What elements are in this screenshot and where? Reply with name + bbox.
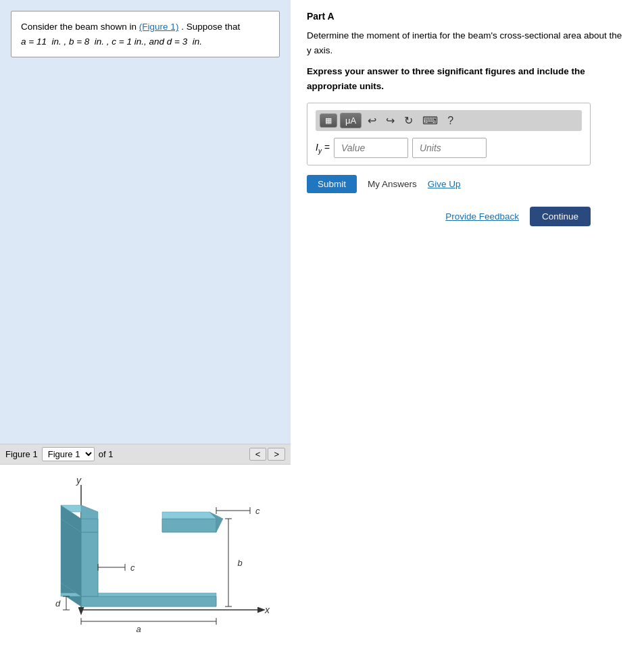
svg-rect-0 (7, 465, 284, 647)
figure-next-button[interactable]: > (268, 448, 285, 461)
figure-navigation: < > (249, 448, 285, 461)
equation-label: Iy = (316, 142, 330, 155)
value-input[interactable] (334, 138, 408, 158)
svg-marker-9 (162, 519, 216, 532)
svg-marker-7 (81, 532, 98, 596)
y-axis-label: y (76, 475, 82, 486)
right-panel: Part A Determine the moment of inertia f… (291, 0, 644, 647)
mu-label: μA (345, 115, 356, 126)
problem-text-before-link: Consider the beam shown in (21, 22, 139, 32)
bottom-row: Provide Feedback Continue (307, 207, 591, 226)
answer-toolbar: ▦ μA ↩ ↪ ↻ ⌨ ? (316, 110, 582, 131)
figure-link[interactable]: (Figure 1) (139, 22, 179, 32)
submit-button[interactable]: Submit (307, 175, 357, 193)
svg-marker-4 (81, 596, 216, 606)
figure-label: Figure 1 (5, 449, 38, 459)
figure-header: Figure 1 Figure 1 of 1 < > (0, 444, 291, 465)
figure-of: of 1 (99, 449, 114, 459)
c2-dimension-label: c (255, 506, 260, 516)
c-dimension-label: c (130, 563, 135, 573)
continue-button[interactable]: Continue (530, 207, 591, 226)
figure-svg: y x (0, 465, 291, 647)
redo-button[interactable]: ↪ (382, 113, 398, 128)
action-row: Submit My Answers Give Up (307, 175, 628, 193)
part-label: Part A (307, 11, 628, 22)
x-axis-label: x (264, 604, 270, 615)
figure-select[interactable]: Figure 1 (42, 447, 95, 461)
a-dimension-label: a (136, 624, 141, 634)
keyboard-button[interactable]: ⌨ (419, 113, 441, 128)
undo-button[interactable]: ↩ (364, 113, 380, 128)
problem-statement: Consider the beam shown in (Figure 1) . … (11, 11, 280, 57)
answer-box: ▦ μA ↩ ↪ ↻ ⌨ ? Iy = (307, 103, 591, 165)
b-dimension-label: b (237, 558, 242, 568)
figure-prev-button[interactable]: < (249, 448, 267, 461)
format-button[interactable]: ▦ (320, 113, 337, 128)
give-up-link[interactable]: Give Up (428, 179, 461, 189)
svg-marker-12 (81, 519, 98, 532)
problem-text-after-link: . Suppose that (178, 22, 240, 32)
help-button[interactable]: ? (444, 113, 457, 128)
part-description: Determine the moment of inertia for the … (307, 28, 628, 57)
express-note: Express your answer to three significant… (307, 64, 628, 93)
problem-variables: a = 11 in. , b = 8 in. , c = 1 in., and … (21, 36, 202, 47)
format-icon: ▦ (325, 116, 332, 125)
svg-marker-10 (162, 512, 216, 519)
figure-content: y x (0, 465, 291, 647)
figure-panel: Figure 1 Figure 1 of 1 < > (0, 444, 291, 647)
feedback-link[interactable]: Provide Feedback (445, 211, 519, 222)
my-answers-link[interactable]: My Answers (368, 179, 417, 189)
refresh-button[interactable]: ↻ (401, 113, 416, 128)
left-panel: Consider the beam shown in (Figure 1) . … (0, 0, 291, 647)
mu-button[interactable]: μA (340, 113, 362, 128)
input-row: Iy = (316, 138, 582, 158)
d-dimension-label: d (55, 598, 61, 609)
units-input[interactable] (412, 138, 487, 158)
